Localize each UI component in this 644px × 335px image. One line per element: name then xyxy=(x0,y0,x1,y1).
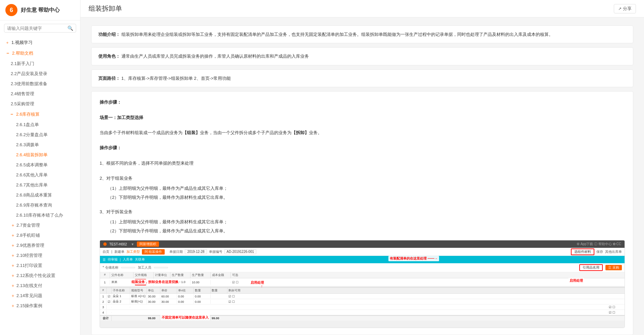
nav-section: ＋ 1.视频学习 － 2.帮助文档 2.1新手入门 2.2产品安装及登录 2.3… xyxy=(0,36,80,312)
sidebar-item-video[interactable]: ＋ 1.视频学习 xyxy=(0,37,80,48)
func-intro-block: 功能介绍： 组装拆卸单用来处理企业组装或拆卸等加工业务，支持有固定装配清单的产品… xyxy=(91,25,633,43)
role-label: 使用角色： xyxy=(98,54,120,59)
sidebar-item-split-check[interactable]: 2.6.2分量盘点单 xyxy=(0,130,80,140)
share-button[interactable]: ↗ 分享 xyxy=(614,4,636,13)
step1: 1、根据不同的业务，选择不同单据的类型来处理 xyxy=(100,159,625,167)
annotation-free-input: 不固定清单可以随便在这里录入 xyxy=(160,315,210,320)
func-intro-text: 组装拆卸单用来处理企业组装或拆卸等加工业务，支持有固定装配清单的产品加工业务，也… xyxy=(121,32,553,37)
sidebar-item-cash[interactable]: ＋2.7资金管理 xyxy=(0,220,80,230)
sidebar-item-personalize[interactable]: ＋2.12系统个性化设置 xyxy=(0,271,80,281)
path-label: 页面路径： xyxy=(98,76,120,81)
sidebar-item-sales[interactable]: 2.4销售管理 xyxy=(0,89,80,99)
sidebar-header: 6 好生意 帮助中心 xyxy=(0,0,80,20)
sidebar-item-label: 2.6库存核算 xyxy=(16,111,40,117)
sidebar-item-mobile[interactable]: ＋2.8手机旺铺 xyxy=(0,230,80,240)
sidebar-item-inv-check[interactable]: 2.6.9库存账本查询 xyxy=(0,200,80,210)
step2: 2、对于组装业务 xyxy=(100,174,625,182)
ops-label: 操作步骤： xyxy=(100,100,121,105)
sidebar: 6 好生意 帮助中心 🔍 ＋ 1.视频学习 － 2.帮助文档 2.1新手入门 2… xyxy=(0,0,80,335)
sidebar-item-inv-error[interactable]: 2.6.10库存账本错了么办 xyxy=(0,210,80,220)
func-intro-label: 功能介绍： xyxy=(98,32,120,37)
sidebar-item-cases[interactable]: ＋2.15操作案例 xyxy=(0,301,80,311)
sidebar-item-data[interactable]: 2.3使用前数据准备 xyxy=(0,79,80,89)
logo-icon: 6 xyxy=(5,4,17,16)
content-area: 功能介绍： 组装拆卸单用来处理企业组装或拆卸等加工业务，支持有固定装配清单的产品… xyxy=(80,17,644,335)
role-block: 使用角色： 通常由生产人员或库管人员完成拆装业务的操作，库管人员确认原材料的出库… xyxy=(91,47,633,65)
new-btn: 阿新增面积 xyxy=(137,241,159,247)
annotation-bill-type: 选组件材料 xyxy=(571,248,594,255)
path-block: 页面路径： 1、库存核算->库存管理->组装拆卸单 2、首页->常用功能 xyxy=(91,69,633,87)
ops-steps-label: 操作步骤： xyxy=(100,145,121,150)
search-input[interactable] xyxy=(7,26,67,31)
sidebar-item-inventory[interactable]: － 2.6库存核算 xyxy=(0,109,80,120)
sidebar-item-coupon[interactable]: ＋2.9优惠券管理 xyxy=(0,240,80,250)
annotation-enable-2: 启用处理 xyxy=(249,280,265,285)
sidebar-item-other-in[interactable]: 2.6.6其他入库单 xyxy=(0,170,80,180)
page-title: 组装拆卸单 xyxy=(89,4,122,13)
sidebar-item-label: 2.帮助文档 xyxy=(12,50,33,56)
sidebar-item-new[interactable]: 2.1新手入门 xyxy=(0,59,80,69)
scene1-label: 场景一：加工类型选择 xyxy=(100,115,143,120)
sidebar-item-print[interactable]: ＋2.11打印设置 xyxy=(0,261,80,271)
sidebar-item-faq[interactable]: ＋2.14常见问题 xyxy=(0,291,80,301)
sidebar-item-ops[interactable]: ＋2.10经营管理 xyxy=(0,250,80,261)
sidebar-item-label: 1.视频学习 xyxy=(11,40,33,46)
search-icon[interactable]: 🔍 xyxy=(67,25,73,31)
step3-sub1: （1）上部明细为父件明细，最终作为原材料生成其它出库单； xyxy=(100,218,625,226)
step3-sub2: （2）下部明细为子件明细，最终作为产成品生成其它入库单。 xyxy=(100,227,625,235)
sidebar-item-install[interactable]: 2.2产品安装及登录 xyxy=(0,69,80,79)
step2-sub2: （2）下部明细为子件明细，最终作为原材料生成其它出库单。 xyxy=(100,193,625,201)
app-screenshot: TEST-H002 ▼ 阿新增面积 ⚙ App下载 ⓘ 帮助中心 ✿ CC 自页… xyxy=(100,240,625,328)
share-icon: ↗ xyxy=(618,6,622,11)
sidebar-item-docs[interactable]: － 2.帮助文档 xyxy=(0,48,80,59)
main-content: 组装拆卸单 ↗ 分享 功能介绍： 组装拆卸单用来处理企业组装或拆卸等加工业务，支… xyxy=(80,0,644,335)
annotation-enable: 引用品名用 xyxy=(579,264,603,271)
sidebar-item-online-pay[interactable]: ＋2.13在线支付 xyxy=(0,281,80,291)
annotation-enable-label: 启用处理 xyxy=(568,278,584,283)
step3: 3、对于拆装业务 xyxy=(100,208,625,216)
sidebar-item-purchase[interactable]: 2.5采购管理 xyxy=(0,99,80,109)
topbar: 组装拆卸单 ↗ 分享 xyxy=(80,0,644,17)
role-text: 通常由生产人员或库管人员完成拆装业务的操作，库管人员确认原材料的出库和产成品的入… xyxy=(121,54,309,59)
sidebar-item-check[interactable]: 2.6.1盘点单 xyxy=(0,120,80,130)
annotation-switch: 组装业务，拆卸业务在这里切换 xyxy=(130,279,180,285)
sidebar-item-assemble[interactable]: 2.6.4组装拆卸单 xyxy=(0,150,80,160)
scene1-desc: 当由多个子件材料组装成一个成品的业务为【组装】业务，当由一个父件拆分成多个子产品… xyxy=(100,129,625,136)
sidebar-item-adjust[interactable]: 2.6.3调拨单 xyxy=(0,140,80,150)
sidebar-item-other-out[interactable]: 2.6.7其他出库单 xyxy=(0,180,80,190)
app-title: 好生意 帮助中心 xyxy=(21,7,60,14)
sidebar-item-goods-cost[interactable]: 2.6.8商品成本重算 xyxy=(0,190,80,200)
sidebar-item-cost-adjust[interactable]: 2.6.5成本调整单 xyxy=(0,160,80,170)
minus-icon: － xyxy=(5,50,10,56)
search-box[interactable]: 🔍 xyxy=(4,24,76,33)
app-titlebar-text: TEST-H002 xyxy=(109,242,127,246)
path-text: 1、库存核算->库存管理->组装拆卸单 2、首页->常用功能 xyxy=(121,76,231,81)
minus-icon-inv: － xyxy=(9,111,14,117)
plus-icon: ＋ xyxy=(5,40,9,46)
steps-block: 操作步骤： 场景一：加工类型选择 当由多个子件材料组装成一个成品的业务为【组装】… xyxy=(91,91,633,335)
annotation-bom: 有装配清单的在这里处理 ——→ xyxy=(388,256,439,261)
step2-sub1: （1）上部明细为父件明细，最终作为产成品生成其它入库单； xyxy=(100,184,625,192)
